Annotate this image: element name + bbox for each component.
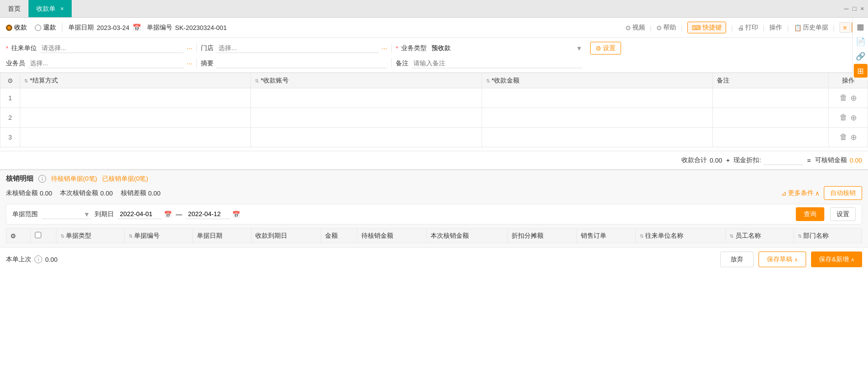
tab-home[interactable]: 首页: [0, 0, 28, 17]
print-btn[interactable]: 🖨 打印: [738, 23, 758, 32]
maximize-icon[interactable]: □: [853, 5, 857, 12]
this-slip-label: 本单上次: [6, 255, 31, 264]
shortcut-btn[interactable]: ⌨ 快捷键: [687, 22, 726, 33]
bt-col-settings[interactable]: ⚙: [6, 229, 31, 243]
business-type-field: * 业务类型 预收款 ▼: [396, 43, 582, 54]
date-label: 单据日期: [68, 23, 94, 32]
layout-list-icon[interactable]: ≡: [840, 22, 850, 33]
discount-input[interactable]: [764, 155, 803, 165]
store-input[interactable]: [217, 43, 379, 53]
staff-label: 业务员: [6, 59, 25, 68]
col-account: ⇅ *收款账号: [251, 73, 482, 88]
verification-info-icon[interactable]: i: [38, 175, 46, 183]
range-select-wrap: ▼: [42, 209, 91, 219]
operation-btn[interactable]: 操作: [769, 23, 782, 32]
tab-current[interactable]: 收款单 ×: [28, 0, 72, 17]
right-sidebar: ▦ 📄 🔗 ⊞: [852, 18, 868, 80]
pending-badge[interactable]: 待核销单据(0笔): [51, 174, 97, 183]
remark-input[interactable]: [411, 58, 582, 68]
date-field: 单据日期 2023-03-24 📅: [68, 23, 141, 32]
verify-amount-field: 可核销金额 0.00: [815, 156, 862, 165]
filter-icon: ⊿: [781, 190, 787, 197]
divider1: [62, 23, 62, 32]
date-value: 2023-03-24: [97, 24, 130, 31]
refund-label: 退款: [43, 23, 56, 32]
refund-radio[interactable]: 退款: [35, 23, 56, 32]
delete-icon[interactable]: 🗑: [840, 93, 847, 103]
sidebar-frame-icon[interactable]: ⊞: [854, 64, 868, 78]
copy-icon[interactable]: ⊕: [850, 93, 857, 103]
summary-field: 摘要: [201, 58, 387, 68]
tab-current-label: 收款单: [36, 4, 55, 13]
store-field: 门店 ···: [201, 43, 387, 53]
ver-filter-right: ⊿ 更多条件 ∧ 自动核销: [781, 186, 862, 200]
store-label: 门店: [201, 44, 214, 53]
copy-icon[interactable]: ⊕: [850, 113, 857, 122]
window-controls: ─ □ ×: [844, 5, 868, 12]
equals-sign: =: [807, 157, 811, 164]
date-from-input[interactable]: [118, 209, 162, 219]
table-row: 2 🗑⊕: [0, 108, 868, 128]
receipt-table: ⚙ ⇅ *结算方式 ⇅ *收款账号 ⇅ *收款金额 备注 操作 1 🗑⊕: [0, 73, 868, 147]
staff-more-icon[interactable]: ···: [187, 59, 192, 67]
verification-title: 核销明细: [6, 174, 33, 183]
date-to-input[interactable]: [186, 209, 230, 219]
settings-button[interactable]: ⚙ 设置: [590, 42, 621, 55]
bt-col-staff: ⇅ 员工名称: [726, 229, 794, 243]
summary-input[interactable]: [217, 58, 387, 68]
business-type-dropdown-icon[interactable]: ▼: [576, 45, 582, 52]
copy-icon[interactable]: ⊕: [850, 133, 857, 142]
range-label: 单据范围: [12, 210, 38, 219]
minimize-icon[interactable]: ─: [844, 5, 848, 12]
remark-label: 备注: [396, 59, 408, 68]
slip-value: 0.00: [45, 256, 57, 263]
bt-col-checkbox: [31, 229, 56, 243]
store-more-icon[interactable]: ···: [381, 44, 387, 52]
remark-field: 备注: [396, 58, 582, 68]
verification-section: 核销明细 i 待核销单据(0笔) 已核销单据(0笔) 未核销金额 0.00 本次…: [0, 169, 868, 247]
counterpart-more-icon[interactable]: ···: [187, 44, 192, 52]
date-separator: —: [176, 211, 182, 218]
save-new-button[interactable]: 保存&新增 ∧: [811, 251, 862, 267]
bottom-table: ⚙ ⇅ 单据类型 ⇅ 单据编号 单据日期 收款到期日 金额 待核销金额 本次核销…: [6, 228, 862, 243]
calendar-icon[interactable]: 📅: [133, 24, 141, 31]
discount-field: 现金折扣:: [733, 155, 803, 165]
staff-input[interactable]: [28, 58, 184, 68]
table-settings-icon[interactable]: ⚙: [0, 73, 20, 88]
sidebar-table-icon[interactable]: ▦: [854, 20, 868, 33]
tab-close-icon[interactable]: ×: [60, 5, 64, 12]
counterpart-input[interactable]: [40, 43, 184, 53]
delete-icon[interactable]: 🗑: [840, 133, 847, 142]
range-select[interactable]: [42, 209, 91, 219]
filter-row: 单据范围 ▼ 到期日 📅 — 📅 查询 设置: [6, 204, 862, 224]
slip-info-icon[interactable]: i: [34, 255, 42, 263]
done-badge[interactable]: 已核销单据(0笔): [102, 174, 148, 183]
verify-amount-label: 可核销金额: [815, 156, 847, 165]
calendar-from-icon[interactable]: 📅: [164, 211, 172, 218]
number-field: 单据编号 SK-20230324-001: [147, 23, 227, 32]
more-conditions-btn[interactable]: ⊿ 更多条件 ∧: [781, 189, 820, 197]
ver-settings-button[interactable]: 设置: [830, 207, 856, 221]
receipt-radio[interactable]: 收款: [6, 23, 27, 32]
sidebar-doc-icon[interactable]: 📄: [854, 34, 868, 48]
summary-label: 摘要: [201, 59, 214, 68]
history-btn[interactable]: 📋 历史单据: [794, 23, 828, 32]
discount-label: 现金折扣:: [733, 156, 761, 165]
save-draft-button[interactable]: 保存草稿 ∧: [759, 251, 806, 267]
abandon-button[interactable]: 放弃: [720, 251, 754, 267]
business-type-value: 预收款: [430, 43, 573, 54]
close-icon[interactable]: ×: [860, 5, 864, 12]
query-button[interactable]: 查询: [796, 207, 824, 221]
auto-verify-button[interactable]: 自动核销: [824, 186, 862, 200]
number-value: SK-20230324-001: [175, 24, 227, 31]
save-new-chevron-icon: ∧: [851, 257, 854, 262]
delete-icon[interactable]: 🗑: [840, 113, 847, 122]
date-to-field: 📅: [186, 209, 240, 219]
video-btn[interactable]: ⊙ 视频: [625, 23, 645, 32]
sidebar-link-icon[interactable]: 🔗: [854, 49, 868, 63]
total-field: 收款合计 0.00: [681, 156, 722, 165]
help-btn[interactable]: ⊙ 帮助: [656, 23, 676, 32]
calendar-to-icon[interactable]: 📅: [232, 211, 240, 218]
bottom-left: 本单上次 i 0.00: [6, 255, 57, 264]
select-all-checkbox[interactable]: [35, 232, 41, 238]
